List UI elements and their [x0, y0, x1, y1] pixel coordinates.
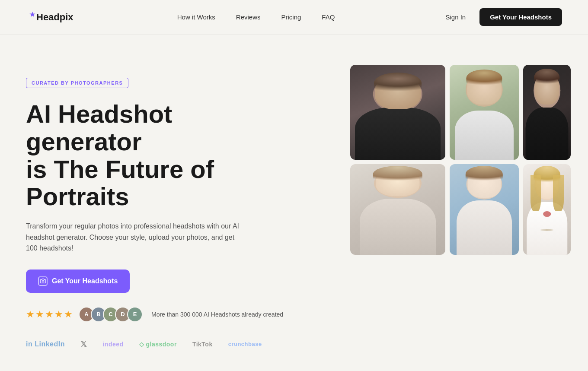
- star-4: ★: [54, 309, 63, 320]
- star-3: ★: [45, 309, 54, 320]
- photo-male-3: [523, 65, 571, 160]
- nav-faq[interactable]: FAQ: [322, 13, 335, 21]
- logo-star-icon: [29, 12, 35, 18]
- photo-grid: [350, 65, 562, 255]
- crunchbase-logo: crunchbase: [228, 341, 262, 347]
- avatar-group: A B C D E: [79, 307, 143, 322]
- nav-actions: Sign In Get Your Headshots: [438, 8, 562, 26]
- nav-cta-button[interactable]: Get Your Headshots: [479, 8, 562, 26]
- hero-content: CURATED BY PHOTOGRAPHERS AI Headshot gen…: [26, 69, 294, 349]
- photo-female-2: [450, 164, 519, 255]
- hero-cta-button[interactable]: Get Your Headshots: [26, 270, 130, 293]
- photo-male-2: [450, 65, 519, 160]
- photo-male-1: [350, 65, 445, 160]
- linkedin-logo: in LinkedIn: [26, 340, 65, 348]
- nav-reviews[interactable]: Reviews: [236, 13, 261, 21]
- logo[interactable]: Headpix: [26, 12, 74, 23]
- navigation: Headpix How it Works Reviews Pricing FAQ…: [0, 0, 588, 35]
- nav-how-it-works[interactable]: How it Works: [177, 13, 215, 21]
- photo-female-3: [523, 164, 571, 255]
- hero-photo-grid: [350, 65, 562, 263]
- hero-subtitle: Transform your regular photos into profe…: [26, 221, 242, 254]
- social-proof: ★ ★ ★ ★ ★ A B C D E More than 300 000 AI…: [26, 307, 294, 322]
- logo-text: Headpix: [26, 12, 74, 23]
- star-2: ★: [35, 309, 44, 320]
- proof-text: More than 300 000 AI Headshots already c…: [151, 311, 283, 318]
- photo-female-1: [350, 164, 445, 255]
- star-rating: ★ ★ ★ ★ ★: [26, 309, 73, 320]
- camera-icon: [38, 276, 48, 286]
- nav-pricing[interactable]: Pricing: [281, 13, 301, 21]
- hero-title: AI Headshot generator is The Future of P…: [26, 100, 294, 210]
- curated-badge: CURATED BY PHOTOGRAPHERS: [26, 78, 128, 88]
- star-1: ★: [26, 309, 35, 320]
- glassdoor-logo: ◇ glassdoor: [139, 341, 177, 348]
- star-5: ★: [64, 309, 73, 320]
- avatar: E: [127, 307, 143, 322]
- tiktok-logo: TikTok: [192, 341, 213, 348]
- brand-logos: in LinkedIn 𝕏 indeed ◇ glassdoor TikTok …: [26, 339, 294, 349]
- indeed-logo: indeed: [102, 341, 123, 348]
- nav-links: How it Works Reviews Pricing FAQ: [177, 13, 335, 21]
- sign-in-button[interactable]: Sign In: [438, 10, 473, 24]
- svg-point-0: [42, 280, 44, 282]
- twitter-logo: 𝕏: [80, 339, 87, 349]
- hero-section: CURATED BY PHOTOGRAPHERS AI Headshot gen…: [0, 35, 588, 371]
